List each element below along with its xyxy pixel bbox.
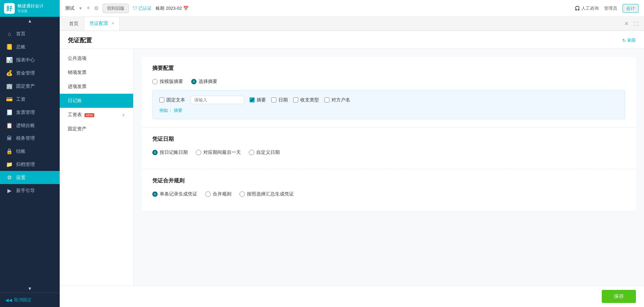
section-summary-title: 摘要配置 — [152, 65, 625, 72]
sidebar-scroll-up[interactable]: ▲ — [0, 17, 60, 25]
topbar-right: 🎧 人工咨询 管理员 会计 — [575, 4, 639, 13]
summary-options-row: 固定文本 摘要 日期 — [159, 96, 618, 104]
income-type-checkbox[interactable] — [293, 97, 298, 102]
tab-home[interactable]: 首页 — [64, 17, 84, 30]
section-merge: 凭证合并规则 单条记录生成凭证 合并规则 按照选择汇总生成凭证 — [142, 169, 636, 211]
refresh-btn[interactable]: ↻ 刷新 — [622, 37, 636, 47]
summary-template-radio[interactable] — [152, 79, 158, 84]
sidebar-header: 好 畅捷通好会计 专业版 — [0, 0, 60, 17]
tab-voucher-config[interactable]: 凭证配置 × — [84, 17, 120, 31]
sidebar-item-report[interactable]: 📊 报表中心 — [0, 53, 60, 67]
tab-close-icon[interactable]: × — [112, 21, 114, 26]
page-body: 公共选项 销项发票 进项发票 日记账 工资表 NEW — [60, 49, 644, 286]
left-nav-item-payroll[interactable]: 工资表 NEW ∨ — [60, 108, 133, 122]
merge-single-option[interactable]: 单条记录生成凭证 — [152, 191, 197, 197]
tabbar-actions: ✕ ⛶ — [623, 19, 640, 28]
tax-icon: 🏛 — [6, 135, 13, 141]
sidebar-item-guide[interactable]: ▶ 新手引导 — [0, 184, 60, 197]
left-nav-item-sales-invoice[interactable]: 销项发票 — [60, 65, 133, 80]
salary-icon: 💳 — [6, 96, 13, 102]
refresh-icon: ↻ — [622, 38, 626, 43]
summary-template-option[interactable]: 按模版摘要 — [152, 79, 183, 85]
fixed-text-option[interactable]: 固定文本 — [159, 97, 185, 103]
income-type-option[interactable]: 收支类型 — [293, 97, 319, 103]
date-journal-option[interactable]: 按日记账日期 — [152, 149, 188, 156]
date-checkbox-option[interactable]: 日期 — [271, 97, 288, 103]
left-nav-item-journal[interactable]: 日记账 — [60, 94, 133, 108]
date-journal-radio[interactable] — [152, 150, 158, 155]
date-checkbox[interactable] — [271, 97, 276, 102]
calendar-icon[interactable]: 📅 — [183, 6, 189, 11]
trade-icon: 📋 — [6, 122, 13, 129]
summary-checkbox-option[interactable]: 摘要 — [250, 97, 266, 103]
fixed-text-input[interactable] — [191, 96, 244, 104]
sidebar-nav: ⌂ 首页 📒 总账 📊 报表中心 💰 资金管理 🏢 固定资产 💳 工资 🧾 发票… — [0, 25, 60, 284]
section-merge-title: 凭证合并规则 — [152, 177, 625, 184]
counterparty-checkbox[interactable] — [324, 97, 329, 102]
sidebar-item-settings[interactable]: ⚙ 设置 — [0, 171, 60, 184]
section-date-title: 凭证日期 — [152, 136, 625, 143]
sidebar-item-asset[interactable]: 🏢 固定资产 — [0, 80, 60, 93]
counterparty-option[interactable]: 对方户名 — [324, 97, 350, 103]
summary-detail-box: 固定文本 摘要 日期 — [152, 90, 625, 119]
settings-icon: ⚙ — [6, 174, 13, 181]
app-name: 畅捷通好会计 — [17, 3, 44, 9]
expand-icon[interactable]: ⛶ — [633, 20, 640, 28]
sidebar-item-fund[interactable]: 💰 资金管理 — [0, 67, 60, 80]
close-accounts-icon: 🔒 — [6, 148, 13, 155]
summary-select-option[interactable]: 选择摘要 — [191, 79, 217, 85]
close-window-icon[interactable]: ✕ — [623, 19, 630, 28]
shield-icon: 🛡 — [133, 6, 137, 11]
asset-icon: 🏢 — [6, 83, 13, 89]
left-nav: 公共选项 销项发票 进项发票 日记账 工资表 NEW — [60, 49, 133, 286]
ledger-icon: 📒 — [6, 44, 13, 50]
verified-status: 🛡 已认证 — [133, 5, 152, 11]
date-last-day-option[interactable]: 对应期间最后一天 — [196, 149, 241, 156]
summary-checkbox[interactable] — [250, 97, 255, 102]
summary-select-radio[interactable] — [191, 79, 197, 84]
company-dropdown-icon[interactable]: ▼ — [78, 6, 83, 11]
report-icon: 📊 — [6, 57, 13, 63]
role-btn[interactable]: 会计 — [623, 4, 639, 13]
archive-icon: 📁 — [6, 161, 13, 168]
tabbar: 首页 凭证配置 × ✕ ⛶ — [60, 17, 644, 31]
sidebar-item-tax[interactable]: 🏛 税务管理 — [0, 132, 60, 145]
sidebar-item-trade[interactable]: 📋 进销台账 — [0, 119, 60, 132]
merge-rule-option[interactable]: 合并规则 — [205, 191, 231, 197]
fund-icon: 💰 — [6, 70, 13, 76]
left-nav-item-purchase-invoice[interactable]: 进项发票 — [60, 80, 133, 94]
sidebar-item-close[interactable]: 🔒 结账 — [0, 145, 60, 158]
add-company-icon[interactable]: + — [87, 5, 90, 12]
page-title: 凭证配置 — [68, 36, 92, 48]
merge-single-radio[interactable] — [152, 191, 158, 197]
sidebar-item-archive[interactable]: 📁 归档管理 — [0, 158, 60, 171]
period-display: 账期 2023-02 📅 — [156, 5, 189, 11]
merge-rule-radio[interactable] — [205, 191, 211, 197]
page-header: 凭证配置 ↻ 刷新 — [60, 31, 644, 49]
app-edition: 专业版 — [17, 9, 44, 13]
cancel-fixed-btn[interactable]: ◀◀ 取消固定 — [0, 293, 60, 307]
sidebar-item-home[interactable]: ⌂ 首页 — [0, 28, 60, 40]
guide-icon: ▶ — [6, 187, 13, 194]
sidebar-item-ledger[interactable]: 📒 总账 — [0, 40, 60, 53]
main-area: 测试 ▼ + ⚙ 切到旧版 🛡 已认证 账期 2023-02 📅 🎧 人工咨询 … — [60, 0, 644, 307]
support-btn[interactable]: 🎧 人工咨询 — [575, 5, 599, 11]
left-nav-item-public[interactable]: 公共选项 — [60, 51, 133, 65]
sidebar-item-invoice[interactable]: 🧾 发票管理 — [0, 106, 60, 119]
headset-icon: 🎧 — [575, 6, 580, 11]
section-date: 凭证日期 按日记账日期 对应期间最后一天 自定义日期 — [142, 128, 636, 169]
admin-label: 管理员 — [604, 5, 617, 11]
save-button[interactable]: 保存 — [602, 290, 636, 303]
date-custom-radio[interactable] — [249, 150, 254, 155]
date-last-day-radio[interactable] — [196, 150, 201, 155]
company-name: 测试 — [65, 5, 74, 11]
merge-summary-option[interactable]: 按照选择汇总生成凭证 — [239, 191, 294, 197]
merge-summary-radio[interactable] — [239, 191, 245, 197]
fixed-text-checkbox[interactable] — [159, 97, 164, 102]
switch-version-btn[interactable]: 切到旧版 — [103, 4, 129, 13]
sidebar-item-salary[interactable]: 💳 工资 — [0, 93, 60, 106]
sidebar-scroll-down[interactable]: ▼ — [0, 284, 60, 293]
left-nav-item-fixed-assets[interactable]: 固定资产 — [60, 122, 133, 136]
date-custom-option[interactable]: 自定义日期 — [249, 149, 280, 156]
company-settings-icon[interactable]: ⚙ — [94, 5, 99, 11]
